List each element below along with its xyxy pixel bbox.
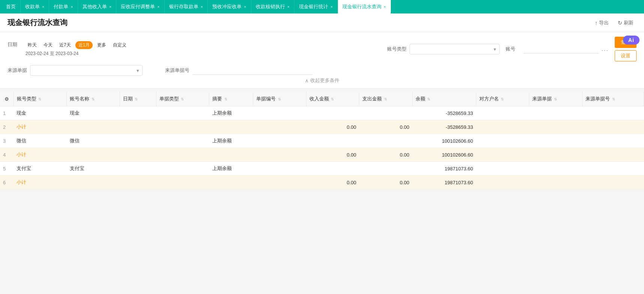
export-button[interactable]: ↑ 导出 <box>592 18 612 28</box>
source-doc-label: 来源单据 <box>8 67 27 74</box>
cell-source-doc <box>529 120 582 134</box>
table-header-row: ⚙ 账号类型 ⇅ 账号名称 ⇅ 日期 ⇅ 单据类型 ⇅ 摘要 ⇅ 单据编号 ⇅ … <box>0 92 644 106</box>
export-icon: ↑ <box>595 20 597 26</box>
column-expense[interactable]: 支出金额 ⇅ <box>359 92 413 106</box>
cell-summary <box>209 148 253 162</box>
column-summary[interactable]: 摘要 ⇅ <box>209 92 253 106</box>
column-income[interactable]: 收入金额 ⇅ <box>306 92 359 106</box>
table-row: 3 微信 微信 上期余额 100102606.60 <box>0 134 644 148</box>
cell-source-doc <box>529 148 582 162</box>
more-option[interactable]: 更多 <box>95 41 108 49</box>
account-label: 账号 <box>506 46 521 52</box>
close-icon[interactable]: × <box>71 4 73 9</box>
cell-source-doc <box>529 106 582 120</box>
cell-summary <box>209 120 253 134</box>
cell-summary: 上期余额 <box>209 106 253 120</box>
cell-account-type: 小计 <box>14 148 67 162</box>
close-icon[interactable]: × <box>109 4 111 9</box>
cell-doc-no <box>253 176 306 190</box>
cell-income: 0.00 <box>306 148 359 162</box>
cell-doc-no <box>253 134 306 148</box>
cell-date <box>120 120 156 134</box>
cell-expense: 0.00 <box>359 148 413 162</box>
near1m-option[interactable]: 近1月 <box>75 41 93 49</box>
custom-option[interactable]: 自定义 <box>111 41 129 49</box>
yesterday-option[interactable]: 昨天 <box>26 41 39 49</box>
row-index: 1 <box>0 106 14 120</box>
refresh-button[interactable]: ↻ 刷新 <box>615 18 636 28</box>
nav-item-bank-stats[interactable]: 现金银行统计 × <box>294 0 338 13</box>
cell-date <box>120 134 156 148</box>
cell-source-doc-no <box>582 120 644 134</box>
cell-doc-no <box>253 120 306 134</box>
nav-item-bank-flow[interactable]: 现金银行流水查询 × <box>338 0 391 13</box>
close-icon[interactable]: × <box>42 4 44 9</box>
close-icon[interactable]: × <box>244 4 246 9</box>
nav-item-fukuan[interactable]: 付款单 × <box>49 0 78 13</box>
row-index: 6 <box>0 176 14 190</box>
cell-counterpart <box>476 176 529 190</box>
cell-income: 0.00 <box>306 120 359 134</box>
cell-counterpart <box>476 162 529 176</box>
account-type-label: 账号类型 <box>387 46 407 52</box>
nav-item-shoukuan[interactable]: 收款单 × <box>21 0 49 13</box>
nav-item-advance[interactable]: 预收冲应收单 × <box>208 0 251 13</box>
cell-doc-type <box>156 162 209 176</box>
column-doc-no[interactable]: 单据编号 ⇅ <box>253 92 306 106</box>
column-account-type[interactable]: 账号类型 ⇅ <box>14 92 67 106</box>
cell-expense <box>359 162 413 176</box>
near7-option[interactable]: 近7天 <box>57 41 73 49</box>
close-icon[interactable]: × <box>201 4 203 9</box>
nav-item-bank-deposit[interactable]: 银行存取款单 × <box>165 0 208 13</box>
cell-counterpart <box>476 134 529 148</box>
dropdown-icon: ▾ <box>494 46 496 52</box>
nav-item-adjustment[interactable]: 应收应付调整单 × <box>116 0 164 13</box>
account-more-button[interactable]: ... <box>602 46 609 52</box>
cell-account-name <box>67 120 120 134</box>
nav-item-other-income[interactable]: 其他收入单 × <box>78 0 116 13</box>
column-gear[interactable]: ⚙ <box>0 92 14 106</box>
nav-item-verify[interactable]: 收款核销执行 × <box>251 0 294 13</box>
cell-expense <box>359 106 413 120</box>
collapse-bar[interactable]: ∧ 收起更多条件 <box>8 77 636 84</box>
column-counterpart[interactable]: 对方户名 ⇅ <box>476 92 529 106</box>
cell-account-type: 小计 <box>14 176 67 190</box>
cell-doc-no <box>253 106 306 120</box>
table-row: 6 小计 0.00 0.00 19871073.60 <box>0 176 644 190</box>
cell-source-doc-no <box>582 162 644 176</box>
today-option[interactable]: 今天 <box>41 41 55 49</box>
cell-balance: -3528659.33 <box>412 106 476 120</box>
close-icon[interactable]: × <box>287 4 290 9</box>
cell-source-doc-no <box>582 134 644 148</box>
column-doc-type[interactable]: 单据类型 ⇅ <box>156 92 209 106</box>
nav-home[interactable]: 首页 <box>2 0 21 13</box>
cell-doc-type <box>156 120 209 134</box>
account-type-select[interactable]: ▾ <box>410 44 500 54</box>
cell-counterpart <box>476 106 529 120</box>
cell-date <box>120 176 156 190</box>
cell-summary: 上期余额 <box>209 134 253 148</box>
column-source-doc-no[interactable]: 来源单据号 ⇅ <box>582 92 644 106</box>
settings-button[interactable]: 设置 <box>615 50 636 61</box>
close-icon[interactable]: × <box>157 4 159 9</box>
column-account-name[interactable]: 账号名称 ⇅ <box>67 92 120 106</box>
source-doc-select[interactable]: ▾ <box>30 65 143 76</box>
column-date[interactable]: 日期 ⇅ <box>120 92 156 106</box>
filter-row-2: 来源单据 ▾ 来源单据号 <box>8 65 636 76</box>
close-icon[interactable]: × <box>330 4 333 9</box>
account-input[interactable] <box>524 45 599 54</box>
ai-assistant-button[interactable]: Ai <box>623 36 639 45</box>
cell-date <box>120 162 156 176</box>
table-row: 4 小计 0.00 0.00 100102606.60 <box>0 148 644 162</box>
cell-balance: 100102606.60 <box>412 134 476 148</box>
cell-account-type: 支付宝 <box>14 162 67 176</box>
column-balance[interactable]: 余额 ⇅ <box>412 92 476 106</box>
header-actions: ↑ 导出 ↻ 刷新 <box>592 18 636 28</box>
source-doc-no-input[interactable] <box>192 66 312 75</box>
cell-income <box>306 162 359 176</box>
row-index: 4 <box>0 148 14 162</box>
close-icon[interactable]: × <box>384 4 386 9</box>
date-label: 日期 <box>8 41 23 48</box>
cell-balance: 100102606.60 <box>412 148 476 162</box>
column-source-doc[interactable]: 来源单据 ⇅ <box>529 92 582 106</box>
